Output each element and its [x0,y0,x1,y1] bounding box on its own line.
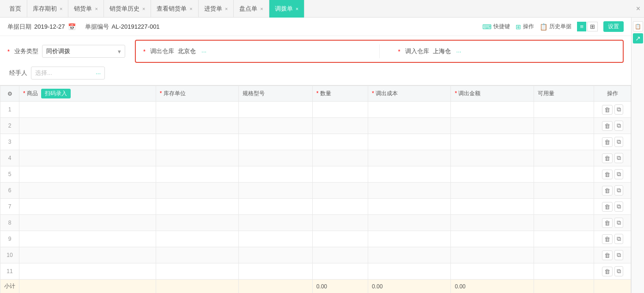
row-7-quantity[interactable] [312,199,368,215]
row-4-unit[interactable] [156,150,238,166]
transfer-in-more-btn[interactable]: ··· [456,48,462,55]
tab-inventory-init[interactable]: 库存期初 × [27,0,68,18]
tab-home[interactable]: 首页 [4,0,27,18]
row-1-cost[interactable] [368,102,451,118]
delete-btn-7[interactable]: 🗑 [602,202,613,212]
row-1-available[interactable] [534,102,594,118]
copy-btn-1[interactable]: ⧉ [614,104,623,115]
row-11-product[interactable] [19,263,156,280]
row-8-unit[interactable] [156,215,238,231]
row-2-available[interactable] [534,118,594,134]
layout-btn-list[interactable]: ≡ [577,22,586,31]
delete-btn-6[interactable]: 🗑 [602,186,613,195]
tab-close-purchase-order[interactable]: × [225,6,228,12]
row-11-unit[interactable] [156,263,238,280]
row-1-quantity[interactable] [312,102,368,118]
tab-view-sales[interactable]: 查看销货单 × [151,0,198,18]
delete-btn-10[interactable]: 🗑 [602,250,613,260]
copy-btn-11[interactable]: ⧉ [614,266,623,276]
row-9-quantity[interactable] [312,231,368,247]
row-5-quantity[interactable] [312,166,368,183]
row-3-amount[interactable] [451,134,534,150]
row-7-cost[interactable] [368,199,451,215]
row-5-amount[interactable] [451,166,534,183]
tab-sales-history[interactable]: 销货单历史 × [104,0,151,18]
row-5-available[interactable] [534,166,594,183]
row-9-available[interactable] [534,231,594,247]
row-11-cost[interactable] [368,263,451,280]
transfer-out-more-btn[interactable]: ··· [201,48,207,55]
row-6-quantity[interactable] [312,183,368,199]
delete-btn-8[interactable]: 🗑 [602,218,613,228]
tab-inventory-count[interactable]: 盘点单 × [234,0,269,18]
row-11-spec[interactable] [239,263,313,280]
row-6-product[interactable] [19,183,156,199]
row-10-unit[interactable] [156,247,238,263]
tab-close-inventory-count[interactable]: × [260,6,263,12]
row-9-cost[interactable] [368,231,451,247]
copy-btn-3[interactable]: ⧉ [614,137,623,147]
row-2-quantity[interactable] [312,118,368,134]
copy-btn-8[interactable]: ⧉ [614,218,623,228]
row-5-product[interactable] [19,166,156,183]
row-3-unit[interactable] [156,134,238,150]
row-7-unit[interactable] [156,199,238,215]
row-6-cost[interactable] [368,183,451,199]
row-3-spec[interactable] [239,134,313,150]
row-9-spec[interactable] [239,231,313,247]
row-3-cost[interactable] [368,134,451,150]
row-2-cost[interactable] [368,118,451,134]
tab-close-sales-order[interactable]: × [95,6,97,12]
row-7-available[interactable] [534,199,594,215]
row-11-quantity[interactable] [312,263,368,280]
row-3-available[interactable] [534,134,594,150]
row-5-spec[interactable] [239,166,313,183]
row-4-product[interactable] [19,150,156,166]
operations-action[interactable]: ⊞ 操作 [516,23,534,31]
copy-btn-10[interactable]: ⧉ [614,250,623,260]
tab-close-transfer-order[interactable]: × [296,6,298,12]
row-2-spec[interactable] [239,118,313,134]
history-action[interactable]: 📋 历史单据 [540,23,571,31]
shortcuts-action[interactable]: ⌨ 快捷键 [482,23,510,31]
business-type-select[interactable]: 同价调拨 ▾ [42,45,125,58]
row-4-amount[interactable] [451,150,534,166]
settings-icon[interactable]: ⚙ [7,91,12,97]
row-10-available[interactable] [534,247,594,263]
tab-sales-order[interactable]: 销货单 × [68,0,103,18]
row-6-unit[interactable] [156,183,238,199]
calendar-icon[interactable]: 📅 [68,23,76,31]
delete-btn-3[interactable]: 🗑 [602,137,613,147]
copy-btn-9[interactable]: ⧉ [614,234,623,244]
row-4-quantity[interactable] [312,150,368,166]
settings-button[interactable]: 设置 [603,21,624,32]
row-8-available[interactable] [534,215,594,231]
row-6-spec[interactable] [239,183,313,199]
person-more-btn[interactable]: ··· [96,70,101,77]
row-8-spec[interactable] [239,215,313,231]
row-9-unit[interactable] [156,231,238,247]
row-1-amount[interactable] [451,102,534,118]
row-9-product[interactable] [19,231,156,247]
row-4-available[interactable] [534,150,594,166]
delete-btn-4[interactable]: 🗑 [602,153,613,163]
person-select[interactable]: 选择... ··· [31,67,105,79]
tab-close-inventory-init[interactable]: × [60,6,62,12]
row-5-unit[interactable] [156,166,238,183]
row-4-spec[interactable] [239,150,313,166]
row-6-amount[interactable] [451,183,534,199]
copy-btn-2[interactable]: ⧉ [614,121,623,131]
row-7-product[interactable] [19,199,156,215]
row-7-amount[interactable] [451,199,534,215]
copy-btn-4[interactable]: ⧉ [614,153,623,163]
row-1-unit[interactable] [156,102,238,118]
row-2-unit[interactable] [156,118,238,134]
tab-transfer-order[interactable]: 调拨单 × [269,0,304,18]
col-settings[interactable]: ⚙ [0,86,19,102]
panel-export-btn[interactable]: ↗ [633,33,643,43]
copy-btn-5[interactable]: ⧉ [614,169,623,179]
scan-btn[interactable]: 扫码录入 [41,89,71,98]
copy-btn-7[interactable]: ⧉ [614,201,623,212]
row-4-cost[interactable] [368,150,451,166]
row-5-cost[interactable] [368,166,451,183]
